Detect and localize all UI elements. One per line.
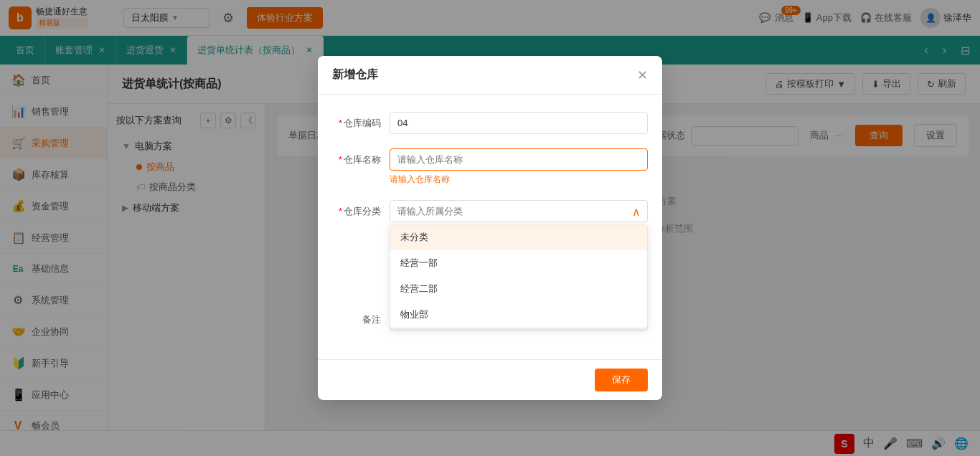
code-label: 仓库编码 [332, 112, 390, 130]
warehouse-code-input[interactable] [390, 112, 648, 134]
name-error-message: 请输入仓库名称 [390, 174, 648, 186]
save-button[interactable]: 保存 [595, 369, 648, 391]
dialog-footer: 保存 [318, 359, 662, 400]
dialog-title: 新增仓库 [332, 67, 378, 82]
overlay[interactable]: 新增仓库 ✕ 仓库编码 仓库名称 请输入仓库名称 仓库分类 [0, 0, 980, 456]
form-row-category: 仓库分类 ∧ 未分类 经营一部 经营二部 物业部 [332, 200, 648, 222]
category-label: 仓库分类 [332, 200, 390, 218]
dialog-header: 新增仓库 ✕ [318, 56, 662, 95]
dropdown-item-1[interactable]: 经营一部 [390, 250, 647, 276]
dialog-new-warehouse: 新增仓库 ✕ 仓库编码 仓库名称 请输入仓库名称 仓库分类 [318, 56, 662, 400]
dropdown-item-0[interactable]: 未分类 [390, 224, 647, 250]
name-label: 仓库名称 [332, 148, 390, 166]
form-row-name: 仓库名称 请输入仓库名称 [332, 148, 648, 186]
warehouse-category-input[interactable] [390, 200, 648, 222]
form-row-code: 仓库编码 [332, 112, 648, 134]
note-label: 备注 [332, 308, 390, 326]
category-dropdown-list: 未分类 经营一部 经营二部 物业部 [390, 224, 648, 328]
dropdown-item-3[interactable]: 物业部 [390, 302, 647, 328]
warehouse-name-input[interactable] [390, 148, 648, 171]
category-toggle-icon[interactable]: ∧ [632, 204, 641, 218]
dialog-body: 仓库编码 仓库名称 请输入仓库名称 仓库分类 ∧ [318, 95, 662, 359]
dropdown-item-2[interactable]: 经营二部 [390, 276, 647, 302]
dialog-close-button[interactable]: ✕ [637, 69, 648, 82]
